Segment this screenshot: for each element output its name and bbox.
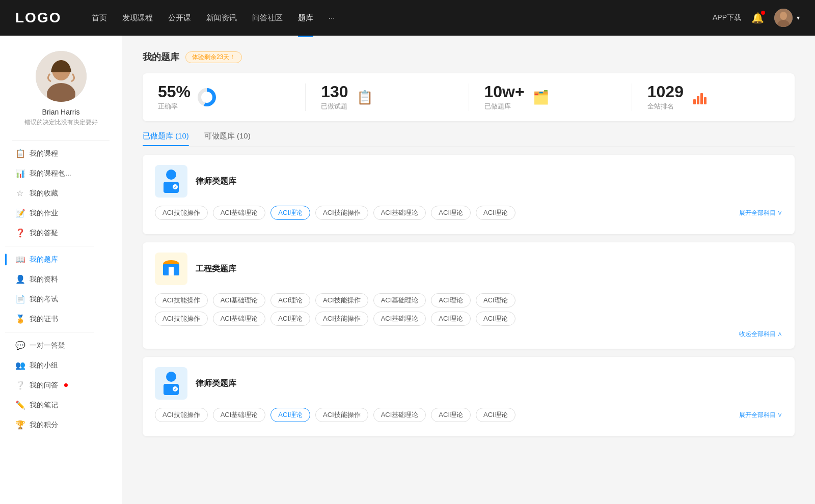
nav-questionbank[interactable]: 题库	[298, 11, 313, 25]
nav-news[interactable]: 新闻资讯	[206, 11, 237, 25]
eng-tag-2[interactable]: ACI理论	[270, 293, 310, 307]
svg-text:✓: ✓	[174, 185, 177, 189]
bank-lawyer2-title: 律师类题库	[196, 378, 236, 389]
bank-card-lawyer2: ✓ 律师类题库 ACI技能操作 ACI基础理论 ACI理论 ACI技能操作 AC…	[143, 357, 795, 436]
l2-tag-2-active[interactable]: ACI理论	[270, 408, 310, 422]
eng-tag-0[interactable]: ACI技能操作	[155, 293, 208, 307]
l2-tag-4[interactable]: ACI基础理论	[373, 408, 426, 422]
notification-bell[interactable]: 🔔	[751, 12, 764, 24]
logo[interactable]: LOGO	[15, 10, 66, 26]
homework-label: 我的作业	[30, 209, 58, 218]
tag-1[interactable]: ACI基础理论	[213, 206, 266, 220]
bank-card-engineering: 工程类题库 ACI技能操作 ACI基础理论 ACI理论 ACI技能操作 ACI基…	[143, 242, 795, 349]
l2-tag-0[interactable]: ACI技能操作	[155, 408, 208, 422]
tag-4[interactable]: ACI基础理论	[373, 206, 426, 220]
sidebar-item-points[interactable]: 🏆 我的积分	[5, 415, 117, 435]
stat-done-questions: 130 已做试题 📋	[306, 83, 469, 111]
sidebar-item-qa[interactable]: ❓ 我的答疑	[5, 223, 117, 243]
eng-extra-tag-5[interactable]: ACI理论	[431, 312, 471, 326]
sidebar-item-group[interactable]: 👥 我的小组	[5, 355, 117, 375]
1on1qa-icon: 💬	[15, 341, 24, 350]
sidebar-item-certificate[interactable]: 🏅 我的证书	[5, 309, 117, 329]
lawyer2-bank-icon: ✓	[155, 367, 187, 400]
bar-chart-icon	[693, 90, 707, 104]
eng-tag-3[interactable]: ACI技能操作	[315, 293, 368, 307]
favorites-icon: ☆	[15, 188, 24, 198]
coursepackage-label: 我的课程包...	[30, 169, 71, 178]
nav-home[interactable]: 首页	[92, 11, 107, 25]
nav-qa[interactable]: 问答社区	[252, 11, 283, 25]
stat-ranking-value: 1029	[647, 83, 684, 100]
eng-tag-6[interactable]: ACI理论	[476, 293, 515, 307]
expand-lawyer-link[interactable]: 展开全部科目 ∨	[739, 209, 782, 217]
sidebar-item-questionbank[interactable]: 📖 我的题库	[5, 249, 117, 269]
eng-tag-5[interactable]: ACI理论	[431, 293, 471, 307]
tab-available-banks[interactable]: 可做题库 (10)	[204, 131, 251, 146]
stat-done-banks: 10w+ 已做题库 🗂️	[469, 83, 632, 111]
tag-2-active[interactable]: ACI理论	[270, 206, 310, 220]
bank-lawyer-tags: ACI技能操作 ACI基础理论 ACI理论 ACI技能操作 ACI基础理论 AC…	[155, 206, 782, 220]
sidebar-item-myqa[interactable]: ❔ 我的问答	[5, 375, 117, 395]
sidebar-avatar	[36, 51, 87, 102]
tag-0[interactable]: ACI技能操作	[155, 206, 208, 220]
eng-tag-4[interactable]: ACI基础理论	[373, 293, 426, 307]
l2-tag-5[interactable]: ACI理论	[431, 408, 471, 422]
main-content: 我的题库 体验剩余23天！ 55% 正确率 130 已做试题 📋	[122, 36, 815, 504]
sidebar-item-mycourse[interactable]: 📋 我的课程	[5, 144, 117, 163]
points-label: 我的积分	[30, 421, 58, 430]
sidebar-item-coursepackage[interactable]: 📊 我的课程包...	[5, 163, 117, 183]
top-navigation: LOGO 首页 发现课程 公开课 新闻资讯 问答社区 题库 ··· APP下载 …	[0, 0, 815, 36]
eng-extra-tag-4[interactable]: ACI基础理论	[373, 312, 426, 326]
tabs-row: 已做题库 (10) 可做题库 (10)	[143, 131, 795, 147]
eng-extra-tag-0[interactable]: ACI技能操作	[155, 312, 208, 326]
stat-ranking: 1029 全站排名	[632, 83, 795, 111]
accuracy-chart-icon	[197, 87, 217, 107]
user-avatar-menu[interactable]: ▾	[774, 9, 800, 27]
stat-done-questions-label: 已做试题	[321, 102, 348, 111]
bank-lawyer-title: 律师类题库	[196, 176, 236, 187]
trial-badge: 体验剩余23天！	[185, 51, 242, 63]
page-body: Brian Harris 错误的决定比没有决定要好 📋 我的课程 📊 我的课程包…	[0, 36, 815, 504]
tag-3[interactable]: ACI技能操作	[315, 206, 368, 220]
stat-done-banks-label: 已做题库	[484, 102, 525, 111]
bank-card-engineering-header: 工程类题库	[155, 253, 782, 285]
sidebar-item-favorites[interactable]: ☆ 我的收藏	[5, 183, 117, 203]
eng-tag-1[interactable]: ACI基础理论	[213, 293, 266, 307]
nav-discover[interactable]: 发现课程	[122, 11, 153, 25]
eng-extra-tag-3[interactable]: ACI技能操作	[315, 312, 368, 326]
questionbank-label: 我的题库	[30, 255, 58, 264]
l2-tag-3[interactable]: ACI技能操作	[315, 408, 368, 422]
tag-6[interactable]: ACI理论	[476, 206, 515, 220]
sidebar-divider-top	[12, 140, 110, 141]
expand-lawyer2-link[interactable]: 展开全部科目 ∨	[739, 411, 782, 419]
eng-extra-tag-6[interactable]: ACI理论	[476, 312, 515, 326]
app-download-button[interactable]: APP下载	[713, 13, 741, 22]
certificate-label: 我的证书	[30, 315, 58, 324]
collapse-engineering-link[interactable]: 收起全部科目 ∧	[155, 330, 782, 339]
sidebar-item-profile[interactable]: 👤 我的资料	[5, 269, 117, 289]
l2-tag-1[interactable]: ACI基础理论	[213, 408, 266, 422]
bank-card-lawyer2-header: ✓ 律师类题库	[155, 367, 782, 400]
sidebar-item-homework[interactable]: 📝 我的作业	[5, 203, 117, 223]
nav-opencourse[interactable]: 公开课	[168, 11, 191, 25]
l2-tag-6[interactable]: ACI理论	[476, 408, 515, 422]
engineering-bank-icon	[155, 253, 187, 285]
mycourse-label: 我的课程	[30, 149, 58, 158]
sidebar-item-notes[interactable]: ✏️ 我的笔记	[5, 395, 117, 415]
bank-lawyer2-tags: ACI技能操作 ACI基础理论 ACI理论 ACI技能操作 ACI基础理论 AC…	[155, 408, 782, 422]
notes-label: 我的笔记	[30, 401, 58, 410]
sidebar-item-1on1qa[interactable]: 💬 一对一答疑	[5, 335, 117, 355]
svg-point-13	[166, 372, 176, 382]
page-title-row: 我的题库 体验剩余23天！	[143, 51, 795, 63]
tag-5[interactable]: ACI理论	[431, 206, 471, 220]
tab-done-banks[interactable]: 已做题库 (10)	[143, 131, 189, 146]
sidebar-item-exam[interactable]: 📄 我的考试	[5, 289, 117, 309]
sidebar-username: Brian Harris	[42, 108, 80, 116]
notes-icon: ✏️	[15, 400, 24, 410]
eng-extra-tag-2[interactable]: ACI理论	[270, 312, 310, 326]
eng-extra-tag-1[interactable]: ACI基础理论	[213, 312, 266, 326]
nav-more[interactable]: ···	[329, 11, 335, 25]
stat-accuracy-value: 55%	[158, 83, 191, 100]
stat-accuracy-label: 正确率	[158, 102, 191, 111]
myqa-unread-dot	[64, 383, 68, 387]
